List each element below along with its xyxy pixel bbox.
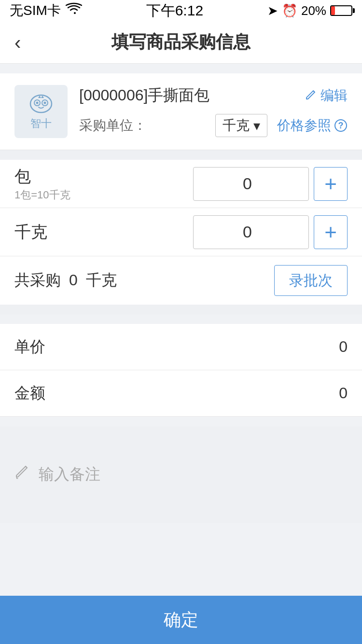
bao-input-section: 包 1包=10千克 + 千克 + 共采购 0 千克 录批次	[0, 160, 362, 305]
alarm-icon: ⏰	[282, 3, 297, 18]
wifi-icon	[66, 2, 82, 19]
kg-input-row: 千克 +	[0, 208, 362, 256]
svg-point-4	[44, 102, 46, 104]
amount-label: 金额	[14, 383, 45, 404]
bao-quantity-input[interactable]	[193, 167, 309, 201]
unit-price-value: 0	[339, 338, 348, 356]
status-bar: 无SIM卡 下午6:12 ➤ ⏰ 20%	[0, 0, 362, 21]
chevron-down-icon: ▾	[253, 118, 260, 134]
svg-point-0	[30, 95, 52, 112]
carrier-text: 无SIM卡	[10, 1, 61, 20]
product-info: [0000006]手撕面包 编辑 采购单位： 千克 ▾ 价格参照	[79, 85, 348, 137]
section-divider-2	[0, 305, 362, 314]
location-icon: ➤	[267, 3, 278, 18]
kg-quantity-input[interactable]	[193, 215, 309, 249]
bao-sub-label: 1包=10千克	[14, 188, 70, 202]
amount-value: 0	[339, 384, 348, 402]
product-thumbnail: 智十	[14, 85, 68, 138]
pricing-section: 单价 0 金额 0	[0, 324, 362, 417]
bao-plus-button[interactable]: +	[314, 167, 348, 201]
battery-icon	[330, 5, 352, 16]
amount-row: 金额 0	[0, 370, 362, 417]
kg-label: 千克	[14, 221, 53, 243]
summary-row: 共采购 0 千克 录批次	[0, 256, 362, 305]
kg-plus-button[interactable]: +	[314, 215, 348, 249]
price-ref-button[interactable]: 价格参照 ?	[277, 116, 348, 135]
summary-amount: 0	[69, 271, 78, 289]
product-card: 智十 [0000006]手撕面包 编辑 采购单位： 千克 ▾ 价格参照	[0, 73, 362, 150]
confirm-label: 确定	[164, 608, 198, 632]
unit-prefix-label: 采购单位：	[79, 116, 147, 135]
page-title: 填写商品采购信息	[111, 30, 251, 54]
unit-price-label: 单价	[14, 336, 45, 358]
notes-placeholder: 输入备注	[39, 464, 100, 485]
unit-select[interactable]: 千克 ▾	[215, 114, 267, 137]
status-right: ➤ ⏰ 20%	[267, 3, 352, 18]
bao-input-row: 包 1包=10千克 +	[0, 160, 362, 208]
section-divider-1	[0, 150, 362, 160]
product-thumb-label: 智十	[30, 116, 52, 131]
nav-bar: ‹ 填写商品采购信息	[0, 21, 362, 64]
confirm-button[interactable]: 确定	[0, 596, 362, 644]
status-left: 无SIM卡	[10, 1, 82, 20]
bao-label: 包	[14, 166, 70, 188]
edit-button[interactable]: 编辑	[305, 86, 348, 105]
back-button[interactable]: ‹	[14, 33, 21, 52]
product-name: [0000006]手撕面包	[79, 85, 209, 106]
status-time: 下午6:12	[146, 1, 203, 21]
svg-text:?: ?	[338, 121, 344, 130]
unit-price-row: 单价 0	[0, 324, 362, 370]
summary-text: 共采购 0 千克	[14, 270, 117, 291]
notes-section[interactable]: 输入备注	[0, 426, 362, 523]
svg-point-3	[36, 102, 39, 104]
batch-button[interactable]: 录批次	[274, 265, 348, 296]
pencil-icon	[14, 464, 31, 485]
battery-text: 20%	[301, 3, 326, 18]
